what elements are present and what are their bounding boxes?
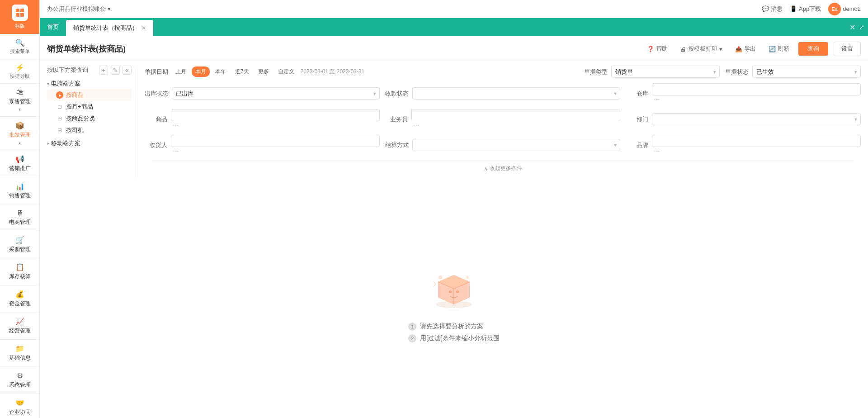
- date-tab-more[interactable]: 更多: [255, 66, 273, 77]
- filter-bill-status-input[interactable]: [752, 66, 861, 78]
- filter-salesman-wrap: ···: [411, 109, 620, 129]
- filter-brand-input[interactable]: [652, 135, 861, 147]
- app-logo: 标版: [0, 0, 40, 34]
- sidebar-item-ecommerce[interactable]: 🖥 电商管理: [0, 204, 39, 231]
- filter-warehouse-input[interactable]: [172, 87, 380, 100]
- tab-close-window-icon[interactable]: ✕: [849, 23, 855, 32]
- filter-salesman-dots-icon[interactable]: ···: [411, 121, 421, 129]
- scheme-edit-icon[interactable]: ✎: [111, 66, 120, 75]
- filter-bill-type-wrap: ▾: [611, 66, 720, 78]
- query-button[interactable]: 查询: [798, 42, 828, 56]
- filter-salesman-input[interactable]: [411, 109, 620, 121]
- filter-item-date: 单据日期 上月 本月 本年 近7天 更多 自定义 20: [145, 66, 579, 77]
- app-download-action[interactable]: 📱 App下载: [790, 5, 821, 13]
- filter-item-dept: 部门 ▾: [626, 113, 861, 125]
- scheme-item-by-month-product-label: 按月+商品: [66, 103, 93, 111]
- filter-storage-input[interactable]: [652, 83, 861, 95]
- sidebar-item-marketing[interactable]: 📢 营销推广: [0, 150, 39, 177]
- sidebar-item-inventory[interactable]: 📋 库存核算: [0, 258, 39, 285]
- workspace-selector[interactable]: 办公用品行业模拟账套 ▾: [47, 5, 111, 13]
- scheme-tree: ▾ 电脑端方案 ● 按商品 ⊟ 按月+商品: [47, 78, 132, 149]
- scheme-item-by-product-label: 按商品: [66, 91, 84, 99]
- collapse-button[interactable]: ∧ 收起更多条件: [478, 163, 528, 174]
- filter-payment-input[interactable]: [412, 87, 620, 100]
- scheme-collapse-icon[interactable]: «: [123, 66, 132, 75]
- user-avatar-text: Ea: [832, 6, 838, 12]
- message-action[interactable]: 💬 消息: [762, 5, 783, 13]
- sidebar-item-basic-info[interactable]: 📁 基础信息: [0, 340, 39, 367]
- filter-dept-input[interactable]: [652, 113, 861, 125]
- filter-bill-type-input[interactable]: [611, 66, 720, 78]
- chevron-down-icon: ▾: [47, 81, 49, 86]
- date-tab-current-year[interactable]: 本年: [212, 66, 230, 77]
- filter-storage-dots-icon[interactable]: ···: [652, 95, 661, 103]
- page-header-actions: ❓ 帮助 🖨 按模板打印 ▾ 📤 导出 🔄 刷新: [643, 42, 861, 56]
- sidebar-item-sales[interactable]: 📊 销售管理: [0, 177, 39, 204]
- print-button[interactable]: 🖨 按模板打印 ▾: [677, 43, 726, 55]
- scheme-active-dot: ●: [56, 91, 63, 99]
- tip-text-1: 请先选择要分析的方案: [420, 323, 483, 331]
- scheme-item-by-cashier[interactable]: ⊟ 按司机: [47, 124, 132, 136]
- sidebar-item-finance[interactable]: 💰 资金管理: [0, 285, 39, 313]
- scheme-item-by-product-cat-label: 按商品分类: [66, 114, 95, 123]
- scheme-item-by-product-cat[interactable]: ⊟ 按商品分类: [47, 113, 132, 124]
- sidebar-item-quick-nav[interactable]: ⚡ 快捷导航: [0, 60, 39, 84]
- scheme-panel-title: 按以下方案查询: [47, 66, 88, 74]
- filter-storage-wrap: ···: [652, 83, 861, 104]
- filter-recipient-input[interactable]: [171, 135, 380, 147]
- date-tab-last-month[interactable]: 上月: [172, 66, 190, 77]
- sidebar-item-ecommerce-label: 电商管理: [9, 218, 31, 226]
- filter-label-storage: 仓库: [626, 90, 648, 98]
- content-area: 销货单统计表(按商品) ❓ 帮助 🖨 按模板打印 ▾ 📤 导出: [40, 36, 868, 418]
- scheme-item-by-product[interactable]: ● 按商品: [47, 89, 132, 101]
- settings-button[interactable]: 设置: [834, 42, 861, 56]
- scheme-item-by-month-product[interactable]: ⊟ 按月+商品: [47, 101, 132, 113]
- finance-icon: 💰: [15, 290, 24, 299]
- filter-label-bill-status: 单据状态: [725, 68, 749, 76]
- filter-product-input[interactable]: [171, 109, 380, 121]
- help-button[interactable]: ❓ 帮助: [643, 43, 671, 55]
- scheme-panel: 按以下方案查询 + ✎ « ▾ 电脑端方案: [47, 66, 137, 178]
- tab-close-icon[interactable]: ✕: [142, 25, 146, 31]
- filter-panel: 单据日期 上月 本月 本年 近7天 更多 自定义 20: [137, 66, 861, 178]
- tab-expand-icon[interactable]: ⤢: [859, 24, 864, 31]
- tip-num-1: 1: [408, 323, 416, 331]
- workspace-dropdown-arrow: ▾: [108, 5, 111, 12]
- refresh-button[interactable]: 🔄 刷新: [765, 43, 793, 55]
- tab-home[interactable]: 首页: [40, 18, 66, 36]
- date-tab-custom[interactable]: 自定义: [274, 66, 298, 77]
- scheme-group-mobile-header[interactable]: ▾ 移动端方案: [47, 138, 132, 149]
- scheme-group-mobile-label: 移动端方案: [51, 139, 80, 147]
- sidebar-item-inventory-label: 库存核算: [9, 273, 31, 280]
- sidebar-item-search[interactable]: 🔍 搜索菜单: [0, 34, 39, 60]
- filter-brand-dots-icon[interactable]: ···: [652, 147, 661, 155]
- app-download-icon: 📱: [790, 5, 797, 12]
- filter-area: 按以下方案查询 + ✎ « ▾ 电脑端方案: [40, 60, 868, 183]
- filter-product-dots-icon[interactable]: ···: [171, 121, 180, 129]
- sidebar-item-enterprise[interactable]: 🤝 企业协同: [0, 394, 39, 418]
- sidebar-item-wholesale[interactable]: 📦 批发管理 ▴: [0, 117, 39, 150]
- sidebar-item-system[interactable]: ⚙ 系统管理: [0, 367, 39, 394]
- svg-rect-0: [16, 9, 19, 12]
- scheme-item-by-cashier-label: 按司机: [66, 126, 84, 134]
- scheme-group-desktop-label: 电脑端方案: [51, 80, 80, 88]
- filter-settlement-input[interactable]: [412, 139, 620, 151]
- sidebar-item-retail[interactable]: 🛍 零售管理 ▾: [0, 84, 39, 117]
- empty-tip-1: 1 请先选择要分析的方案: [408, 323, 500, 331]
- scheme-group-desktop-header[interactable]: ▾ 电脑端方案: [47, 78, 132, 89]
- date-tab-7days[interactable]: 近7天: [231, 66, 253, 77]
- filter-recipient-dots-icon[interactable]: ···: [171, 147, 180, 155]
- scheme-item-icon-3: ⊟: [56, 127, 63, 134]
- retail-icon: 🛍: [16, 88, 24, 96]
- sidebar-item-purchase[interactable]: 🛒 采购管理: [0, 231, 39, 258]
- user-profile[interactable]: Ea demo2: [828, 3, 861, 15]
- sidebar-item-operations[interactable]: 📈 经营管理: [0, 313, 39, 340]
- filter-item-warehouse: 出库状态 ▾: [145, 87, 380, 100]
- help-icon: ❓: [647, 46, 654, 52]
- page-title: 销货单统计表(按商品): [47, 43, 126, 54]
- export-button[interactable]: 📤 导出: [731, 43, 760, 55]
- purchase-icon: 🛒: [15, 236, 24, 244]
- tab-sales-stat[interactable]: 销货单统计表（按商品） ✕: [66, 20, 153, 36]
- date-tab-current-month[interactable]: 本月: [192, 66, 210, 77]
- scheme-add-icon[interactable]: +: [99, 66, 108, 75]
